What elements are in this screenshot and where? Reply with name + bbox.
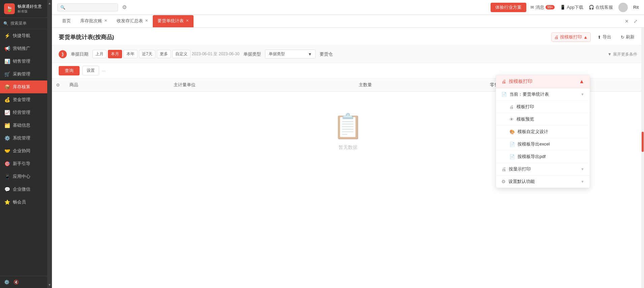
- settings-button[interactable]: 设置: [82, 66, 99, 75]
- sidebar-item-inventory[interactable]: 📦 库存核算: [0, 81, 47, 93]
- app-download-button[interactable]: 📱 App下载: [560, 4, 583, 10]
- sidebar: 🍃 畅康通好生意 标准版 🔍 搜索菜单 ⚡ 快捷导航 📢 营销推广 📊 销售管理…: [0, 0, 47, 288]
- sidebar-item-label: 应用中心: [13, 173, 30, 180]
- export-button[interactable]: ⬆ 导出: [595, 33, 614, 41]
- sidebar-item-sales[interactable]: 📊 销售管理: [0, 55, 47, 68]
- sidebar-item-label: 采购管理: [13, 71, 30, 77]
- empty-illustration: 📋: [333, 112, 363, 140]
- sidebar-item-label: 资金管理: [13, 97, 30, 103]
- sidebar-item-wechat[interactable]: 💬 企业微信: [0, 183, 47, 196]
- scroll-thumb[interactable]: [642, 132, 644, 152]
- dropdown-chevron-icon: ▼: [308, 52, 312, 57]
- wechat-icon: 💬: [4, 187, 10, 192]
- mute-icon[interactable]: 🔇: [13, 280, 19, 285]
- header-search-box[interactable]: 🔍: [57, 3, 118, 11]
- sidebar-item-label: 基础信息: [13, 122, 30, 128]
- date-btn-this-month[interactable]: 本月: [108, 50, 122, 58]
- dropdown-title: 🖨 按模板打印: [501, 78, 532, 85]
- type-filter-dropdown[interactable]: 单据类型 ▼: [265, 50, 316, 59]
- more-options-icon[interactable]: ···: [102, 68, 106, 73]
- date-filter: 上月 本月 本年 近7天 更多 自定义 2023-06-01 至 2023-06…: [92, 50, 239, 58]
- dropdown-item-template-pdf[interactable]: 📄 按模板导出pdf: [496, 151, 590, 163]
- page-actions: 🖨 按模板打印 ▲ ⬆ 导出 ↻ 刷新: [551, 32, 637, 42]
- sidebar-scrollbar[interactable]: ▲ ▼: [47, 0, 52, 288]
- tab-inventory-batch[interactable]: 库存批次账 ✕: [76, 15, 112, 27]
- page-scrollbar[interactable]: [641, 28, 644, 288]
- refresh-button[interactable]: ↻ 刷新: [618, 33, 637, 41]
- sidebar-search[interactable]: 🔍 搜索菜单: [0, 18, 47, 29]
- type-filter-label: 单据类型: [243, 51, 261, 57]
- tab-close-receipt-summary[interactable]: ✕: [145, 19, 148, 23]
- sidebar-item-enterprise[interactable]: 🤝 企业协同: [0, 145, 47, 157]
- message-label: 消息: [535, 4, 544, 10]
- dropdown-current-template[interactable]: 📄 当前：要货单统计表 ▼: [496, 88, 590, 101]
- date-btn-this-year[interactable]: 本年: [123, 50, 138, 58]
- expand-filter-button[interactable]: ▼ 展开更多条件: [608, 51, 637, 57]
- dropdown-item-template-print[interactable]: 🖨 模板打印: [496, 101, 590, 113]
- tab-order-stats[interactable]: 要货单统计表 ✕: [153, 15, 194, 27]
- finance-icon: 💰: [4, 97, 10, 102]
- sidebar-search-label: 搜索菜单: [10, 21, 27, 26]
- tab-order-stats-label: 要货单统计表: [157, 18, 184, 24]
- sidebar-item-finance[interactable]: 💰 资金管理: [0, 93, 47, 106]
- sidebar-item-basic[interactable]: 🗂️ 基础信息: [0, 119, 47, 132]
- date-btn-custom[interactable]: 自定义: [172, 50, 191, 58]
- sidebar-item-apps[interactable]: 📱 应用中心: [0, 170, 47, 183]
- scroll-down-arrow[interactable]: ▼: [48, 283, 51, 287]
- set-default-icon: ⚙: [501, 179, 506, 184]
- expand-icon: ▼: [608, 52, 612, 57]
- user-avatar[interactable]: [618, 3, 628, 12]
- window-minimize[interactable]: ✕: [624, 18, 630, 24]
- dropdown-item-template-design[interactable]: 🎨 模板自定义设计: [496, 126, 590, 138]
- sidebar-item-marketing[interactable]: 📢 营销推广: [0, 42, 47, 55]
- table-settings-icon[interactable]: ⚙: [56, 83, 60, 88]
- date-btn-last-month[interactable]: 上月: [92, 50, 107, 58]
- sidebar-item-quick-nav[interactable]: ⚡ 快捷导航: [0, 29, 47, 42]
- guide-icon: 🎯: [4, 161, 10, 166]
- purchase-icon: 🛒: [4, 71, 10, 77]
- page-body: 要货单统计表(按商品) 🖨 按模板打印 ▲ ⬆ 导出 ↻ 刷新 ⟫: [52, 28, 644, 288]
- tab-receipt-summary-label: 收发存汇总表: [117, 18, 143, 24]
- online-service-label: 在线客服: [595, 4, 613, 10]
- download-icon: 📱: [560, 5, 565, 10]
- filter-bar: ⟫ 单据日期 上月 本月 本年 近7天 更多 自定义 2023-06-01 至 …: [52, 45, 644, 63]
- print-button[interactable]: 🖨 按模板打印 ▲: [551, 32, 591, 42]
- marketing-icon: 📢: [4, 46, 10, 51]
- date-btn-7days[interactable]: 近7天: [139, 50, 155, 58]
- tab-receipt-summary[interactable]: 收发存汇总表 ✕: [112, 15, 153, 27]
- online-service-button[interactable]: 🎧 在线客服: [589, 4, 613, 10]
- dropdown-section-display-print[interactable]: 🖨 按显示打印 ▼: [496, 163, 590, 175]
- sidebar-item-guide[interactable]: 🎯 新手引导: [0, 157, 47, 170]
- date-btn-more[interactable]: 更多: [157, 50, 171, 58]
- sidebar-item-member[interactable]: ⭐ 畅会员: [0, 196, 47, 209]
- settings-gear-icon[interactable]: ⚙: [122, 4, 127, 10]
- template-excel-icon: 📄: [509, 142, 515, 147]
- message-button[interactable]: ✉ 消息 99+: [530, 4, 555, 10]
- export-label: 导出: [603, 34, 611, 40]
- trial-button[interactable]: 体验行业方案: [491, 3, 526, 12]
- tab-home[interactable]: 首页: [57, 15, 76, 27]
- tab-close-inventory-batch[interactable]: ✕: [104, 19, 107, 23]
- refresh-label: 刷新: [626, 34, 635, 40]
- basic-icon: 🗂️: [4, 123, 10, 128]
- sidebar-bottom: ⚙️ 🔇: [0, 276, 47, 288]
- sidebar-item-purchase[interactable]: 🛒 采购管理: [0, 68, 47, 81]
- sidebar-item-system[interactable]: ⚙️ 系统管理: [0, 132, 47, 145]
- enterprise-icon: 🤝: [4, 148, 10, 154]
- settings-icon[interactable]: ⚙️: [4, 280, 9, 285]
- dropdown-item-template-excel[interactable]: 📄 按模板导出excel: [496, 138, 590, 151]
- window-maximize[interactable]: ⤢: [633, 18, 639, 24]
- quick-nav-icon: ⚡: [4, 33, 10, 38]
- empty-text: 暂无数据: [339, 145, 357, 151]
- date-range-display: 2023-06-01 至 2023-06-30: [192, 51, 239, 57]
- query-button[interactable]: 查询: [59, 66, 80, 75]
- sidebar-item-business[interactable]: 📈 经营管理: [0, 106, 47, 119]
- dropdown-close-button[interactable]: ▲: [579, 78, 584, 85]
- search-icon: 🔍: [60, 5, 65, 10]
- tab-close-order-stats[interactable]: ✕: [186, 19, 189, 23]
- filter-toggle-button[interactable]: ⟫: [59, 50, 67, 58]
- type-filter-value: 单据类型: [269, 51, 285, 57]
- scroll-up-arrow[interactable]: ▲: [48, 1, 51, 5]
- dropdown-section-set-default[interactable]: ⚙ 设置默认功能 ▼: [496, 175, 590, 188]
- dropdown-item-template-preview[interactable]: 👁 模板预览: [496, 113, 590, 126]
